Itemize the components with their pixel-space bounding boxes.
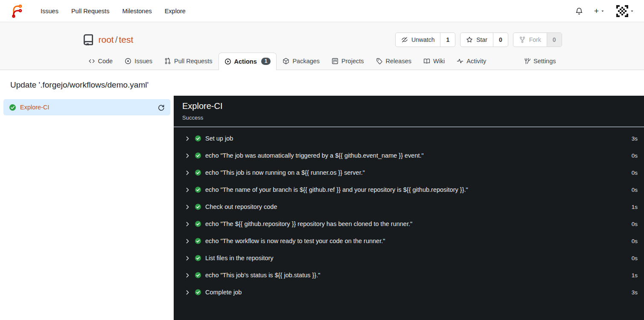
chevron-right-icon[interactable] — [184, 221, 191, 227]
repo-action-label: Fork — [529, 36, 541, 43]
tab-label: Packages — [292, 58, 320, 65]
user-menu-button[interactable] — [616, 5, 635, 17]
repo-action-button[interactable]: Fork 0 — [513, 32, 562, 47]
success-check-icon — [195, 186, 201, 193]
success-check-icon — [195, 135, 201, 142]
job-panel-header: Explore-CI Success — [174, 96, 644, 127]
job-step-row[interactable]: Check out repository code 1s — [174, 198, 644, 215]
success-check-icon — [195, 255, 201, 261]
tab-label: Actions — [234, 58, 257, 65]
step-name: echo "The name of your branch is ${{ git… — [205, 186, 468, 193]
repo-action-icon — [401, 36, 408, 43]
repo-action-button[interactable]: Star 0 — [460, 32, 508, 47]
repo-title-row: root/test Unwatch 1 — [82, 30, 562, 50]
success-check-icon — [195, 203, 201, 210]
bell-icon — [575, 7, 583, 15]
tab-settings[interactable]: Settings — [518, 53, 562, 70]
forgejo-logo-icon[interactable] — [9, 4, 23, 18]
repo-tab[interactable]: Releases — [370, 53, 417, 70]
chevron-down-icon — [600, 9, 605, 14]
repo-tabs: Code Issues Pull Requests — [82, 53, 562, 70]
chevron-right-icon[interactable] — [184, 204, 191, 210]
tab-icon — [423, 58, 430, 65]
step-duration: 0s — [632, 187, 638, 193]
repo-tab[interactable]: Projects — [326, 53, 370, 70]
success-check-icon — [9, 104, 16, 111]
success-check-icon — [195, 152, 201, 159]
job-step-row[interactable]: Complete job 3s — [174, 284, 644, 301]
sidebar-job-item[interactable]: Explore-CI — [3, 99, 170, 115]
chevron-right-icon[interactable] — [184, 238, 191, 244]
repo-breadcrumb: root/test — [99, 35, 134, 45]
tab-icon — [332, 58, 338, 65]
repo-tab[interactable]: Packages — [277, 53, 326, 70]
step-name: Set up job — [205, 135, 233, 142]
navbar-link[interactable]: Explore — [158, 8, 192, 15]
repo-tab[interactable]: Pull Requests — [158, 53, 218, 70]
step-name: Check out repository code — [205, 203, 277, 210]
success-check-icon — [195, 289, 201, 296]
job-step-row[interactable]: echo "The ${{ github.repository }} repos… — [174, 215, 644, 232]
job-log-panel: Explore-CI Success Set up job 3s — [174, 96, 644, 320]
repo-action-count[interactable]: 1 — [440, 33, 455, 47]
job-step-row[interactable]: echo "This job is now running on a ${{ r… — [174, 164, 644, 181]
chevron-right-icon[interactable] — [184, 289, 191, 296]
job-step-row[interactable]: echo "This job's status is ${{ job.statu… — [174, 267, 644, 284]
chevron-right-icon[interactable] — [184, 153, 191, 159]
chevron-right-icon[interactable] — [184, 170, 191, 176]
job-status-text: Success — [182, 114, 635, 121]
step-name: echo "This job's status is ${{ job.statu… — [205, 272, 320, 279]
repo-action-icon — [466, 36, 473, 43]
repo-tab[interactable]: Activity — [451, 53, 492, 70]
step-duration: 0s — [632, 238, 638, 244]
repo-tab[interactable]: Actions 1 — [219, 53, 277, 70]
chevron-down-icon — [629, 9, 635, 14]
navbar-link[interactable]: Issues — [34, 8, 65, 15]
repo-action-icon — [519, 36, 526, 43]
actions-run-page: Update '.forgejo/workflows/demo.yaml' Ex… — [0, 70, 644, 320]
job-step-row[interactable]: Set up job 3s — [174, 130, 644, 147]
success-check-icon — [195, 272, 201, 279]
repo-action-count[interactable]: 0 — [547, 33, 562, 47]
navbar-link[interactable]: Milestones — [116, 8, 158, 15]
repo-action-count[interactable]: 0 — [493, 33, 508, 47]
step-duration: 3s — [632, 289, 638, 296]
chevron-right-icon[interactable] — [184, 187, 191, 193]
tab-icon — [125, 58, 131, 65]
tab-icon — [283, 58, 289, 65]
tab-icon — [224, 58, 231, 65]
job-steps-list: Set up job 3s echo "The job was automati… — [174, 127, 644, 301]
step-name: echo "The ${{ github.repository }} repos… — [205, 220, 412, 227]
repo-tab[interactable]: Issues — [119, 53, 158, 70]
job-step-row[interactable]: List files in the repository 0s — [174, 250, 644, 267]
create-new-menu-button[interactable]: + — [594, 7, 605, 15]
repo-icon — [82, 34, 94, 46]
repo-separator: / — [114, 35, 119, 44]
repo-name-link[interactable]: test — [119, 35, 134, 44]
avatar — [616, 5, 628, 17]
job-step-row[interactable]: echo "The workflow is now ready to test … — [174, 232, 644, 250]
chevron-right-icon[interactable] — [184, 135, 191, 142]
step-duration: 0s — [632, 170, 638, 176]
repo-owner-link[interactable]: root — [99, 35, 114, 44]
chevron-right-icon[interactable] — [184, 272, 191, 279]
tab-label: Settings — [533, 58, 556, 65]
notifications-button[interactable] — [575, 7, 583, 15]
tab-label: Activity — [466, 58, 486, 65]
navbar-link[interactable]: Pull Requests — [65, 8, 116, 15]
tab-label: Projects — [341, 58, 364, 65]
job-step-row[interactable]: echo "The name of your branch is ${{ git… — [174, 181, 644, 198]
chevron-right-icon[interactable] — [184, 255, 191, 261]
repo-tab[interactable]: Code — [82, 53, 119, 70]
step-name: List files in the repository — [205, 255, 274, 261]
job-step-row[interactable]: echo "The job was automatically triggere… — [174, 147, 644, 164]
page-title: Update '.forgejo/workflows/demo.yaml' — [0, 70, 644, 96]
tab-label: Releases — [386, 58, 411, 65]
repo-tab[interactable]: Wiki — [417, 53, 451, 70]
rerun-sync-icon[interactable] — [157, 104, 165, 111]
tab-icon — [164, 58, 171, 65]
tab-label: Pull Requests — [174, 58, 212, 65]
step-duration: 0s — [632, 255, 638, 261]
repo-action-button[interactable]: Unwatch 1 — [395, 32, 455, 47]
tab-count-badge: 1 — [261, 58, 271, 65]
